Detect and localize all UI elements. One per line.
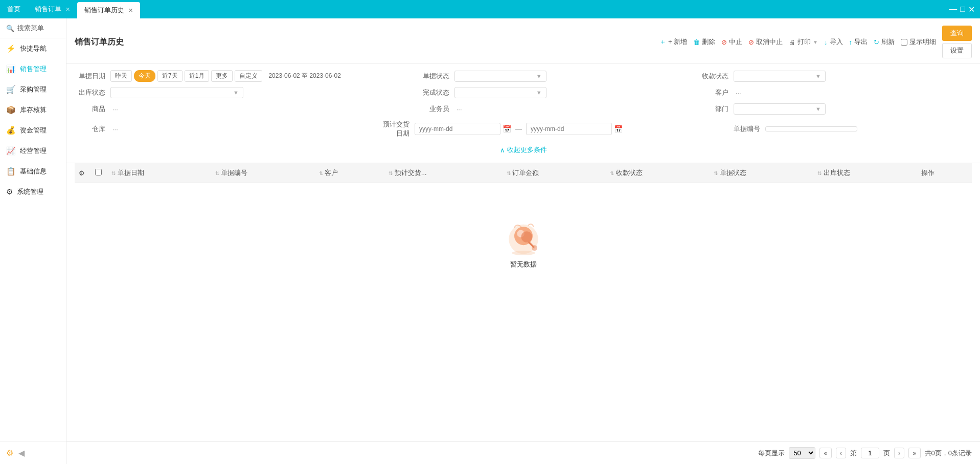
empty-illustration xyxy=(500,214,546,260)
window-close-icon[interactable]: ✕ xyxy=(968,5,975,14)
basic-info-icon: 📋 xyxy=(6,167,16,176)
collapse-label: 收起更多条件 xyxy=(507,145,547,154)
cancel-stop-icon: ⊘ xyxy=(748,38,754,46)
calendar-to-icon[interactable]: 📅 xyxy=(614,125,623,133)
sidebar-item-finance[interactable]: 💰 资金管理 xyxy=(0,120,66,141)
prev-page-button[interactable]: ‹ xyxy=(836,448,846,458)
col-operation-label: 操作 xyxy=(921,169,935,176)
goods-label: 商品 xyxy=(75,104,110,114)
delivery-date-control: 📅 — 📅 xyxy=(415,123,724,135)
export-icon: ↑ xyxy=(849,38,853,46)
sidebar-item-label: 销售管理 xyxy=(20,64,47,74)
sidebar-settings-icon[interactable]: ⚙ xyxy=(6,448,13,458)
search-icon: 🔍 xyxy=(6,25,14,32)
sidebar-collapse-icon[interactable]: ◀ xyxy=(18,448,25,458)
date-btn-yesterday[interactable]: 昨天 xyxy=(110,70,132,82)
voucher-no-label: 单据编号 xyxy=(730,124,765,134)
checkbox-th[interactable] xyxy=(91,163,107,183)
payment-status-label: 收款状态 xyxy=(698,72,734,81)
minimize-icon[interactable]: — xyxy=(949,5,957,14)
date-btn-today[interactable]: 今天 xyxy=(134,70,155,82)
print-button[interactable]: 🖨 打印 ▼ xyxy=(789,37,818,47)
completion-status-control: ▼ xyxy=(454,87,693,98)
payment-status-select[interactable]: ▼ xyxy=(734,71,826,82)
col-voucher-no[interactable]: ⇅ 单据编号 xyxy=(211,163,315,183)
salesperson-control: ··· xyxy=(454,105,693,113)
col-outbound-status[interactable]: ⇅ 出库状态 xyxy=(813,163,917,183)
col-order-amount[interactable]: ⇅ 订单金额 xyxy=(503,163,606,183)
close-tab-sales-order-icon[interactable]: ✕ xyxy=(65,6,70,13)
calendar-from-icon[interactable]: 📅 xyxy=(503,125,511,133)
voucher-no-control xyxy=(765,126,972,131)
per-page-select[interactable]: 20 50 100 xyxy=(789,447,815,459)
select-all-checkbox[interactable] xyxy=(95,169,102,175)
page-suffix: 页 xyxy=(883,449,890,458)
col-payment-status-label: 收款状态 xyxy=(616,169,643,176)
salesperson-more-icon[interactable]: ··· xyxy=(457,105,462,113)
department-select[interactable]: ▼ xyxy=(734,103,826,115)
import-button[interactable]: ↓ 导入 xyxy=(824,37,843,47)
date-btn-1month[interactable]: 近1月 xyxy=(185,70,210,82)
sidebar-item-basic-info[interactable]: 📋 基础信息 xyxy=(0,161,66,182)
tab-sales-order-history[interactable]: 销售订单历史 ✕ xyxy=(77,2,140,18)
delivery-date-from-input[interactable] xyxy=(415,123,500,135)
set-button[interactable]: 设置 xyxy=(942,43,972,58)
stop-button[interactable]: ⊘ 中止 xyxy=(721,37,742,47)
tab-sales-order[interactable]: 销售订单 ✕ xyxy=(28,0,77,18)
sidebar-item-purchase[interactable]: 🛒 采购管理 xyxy=(0,79,66,100)
table-settings-icon[interactable]: ⚙ xyxy=(79,169,85,177)
sort-icon: ⇅ xyxy=(319,170,323,176)
close-tab-sales-history-icon[interactable]: ✕ xyxy=(128,7,133,14)
toolbar: ＋ + 新增 🗑 删除 ⊘ 中止 ⊘ 取消中止 🖨 打印 xyxy=(659,26,972,58)
payment-status-control: ▼ xyxy=(734,71,972,82)
delete-button[interactable]: 🗑 删除 xyxy=(693,37,715,47)
sidebar-item-sales[interactable]: 📊 销售管理 xyxy=(0,59,66,79)
col-delivery-date[interactable]: ⇅ 预计交货... xyxy=(384,163,502,183)
export-button[interactable]: ↑ 导出 xyxy=(849,37,868,47)
sort-icon: ⇅ xyxy=(714,170,718,176)
print-dropdown-icon: ▼ xyxy=(813,39,818,45)
delivery-date-to-input[interactable] xyxy=(526,123,612,135)
voucher-status-select[interactable]: ▼ xyxy=(454,71,546,82)
empty-state-cell: 暂无数据 xyxy=(75,183,972,300)
collapse-bar[interactable]: ∧ 收起更多条件 xyxy=(75,143,972,157)
sidebar-bottom: ⚙ ◀ xyxy=(0,441,66,464)
date-btn-more[interactable]: 更多 xyxy=(211,70,233,82)
sidebar-item-quick-nav[interactable]: ⚡ 快捷导航 xyxy=(0,38,66,59)
cancel-stop-button[interactable]: ⊘ 取消中止 xyxy=(748,37,783,47)
sort-icon: ⇅ xyxy=(817,170,822,176)
customer-more-icon[interactable]: ··· xyxy=(736,89,741,97)
col-voucher-status[interactable]: ⇅ 单据状态 xyxy=(710,163,813,183)
query-button[interactable]: 查询 xyxy=(942,26,972,41)
delete-icon: 🗑 xyxy=(693,38,700,46)
show-detail-toggle[interactable]: 显示明细 xyxy=(901,37,936,47)
col-voucher-date[interactable]: ⇅ 单据日期 xyxy=(107,163,211,183)
date-btn-custom[interactable]: 自定义 xyxy=(235,70,262,82)
tab-home[interactable]: 首页 xyxy=(0,0,28,18)
settings-th[interactable]: ⚙ xyxy=(75,163,91,183)
sidebar-item-operations[interactable]: 📈 经营管理 xyxy=(0,141,66,161)
page-input[interactable] xyxy=(861,448,879,458)
refresh-button[interactable]: ↻ 刷新 xyxy=(874,37,895,47)
voucher-no-input[interactable] xyxy=(765,126,857,131)
sidebar-item-system[interactable]: ⚙ 系统管理 xyxy=(0,182,66,202)
maximize-icon[interactable]: □ xyxy=(960,5,965,14)
date-buttons: 昨天 今天 近7天 近1月 更多 自定义 xyxy=(110,70,262,82)
new-label: + 新增 xyxy=(668,37,687,47)
goods-more-icon[interactable]: ··· xyxy=(112,105,118,113)
outbound-status-select[interactable]: ▼ xyxy=(110,87,243,98)
first-page-button[interactable]: « xyxy=(819,448,831,458)
sidebar-search[interactable]: 🔍 搜索菜单 xyxy=(0,18,66,38)
warehouse-more-icon[interactable]: ··· xyxy=(112,125,118,133)
completion-status-arrow-icon: ▼ xyxy=(536,90,542,96)
new-button[interactable]: ＋ + 新增 xyxy=(659,37,687,47)
completion-status-select[interactable]: ▼ xyxy=(454,87,546,98)
empty-text: 暂无数据 xyxy=(510,260,537,269)
col-payment-status[interactable]: ⇅ 收款状态 xyxy=(606,163,710,183)
sidebar-item-inventory[interactable]: 📦 库存核算 xyxy=(0,100,66,120)
next-page-button[interactable]: › xyxy=(894,448,904,458)
col-customer[interactable]: ⇅ 客户 xyxy=(315,163,385,183)
last-page-button[interactable]: » xyxy=(908,448,920,458)
show-detail-checkbox[interactable] xyxy=(901,39,907,46)
date-btn-7days[interactable]: 近7天 xyxy=(157,70,183,82)
